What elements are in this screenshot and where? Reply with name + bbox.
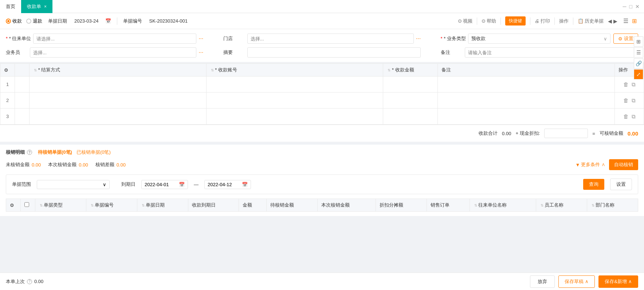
- sort-icon: ⇅: [34, 68, 37, 72]
- row-3-account[interactable]: [206, 109, 383, 125]
- prev-arrow[interactable]: ◀: [608, 18, 612, 24]
- save-draft-btn[interactable]: 保存草稿 ∧: [558, 275, 595, 288]
- cal-to-icon[interactable]: 📅: [242, 182, 248, 187]
- row-3-remark-input[interactable]: [438, 109, 614, 124]
- equal-label: =: [592, 131, 595, 136]
- row-2-copy-btn[interactable]: ⧉: [632, 97, 636, 104]
- next-arrow[interactable]: ▶: [613, 18, 617, 24]
- row-2-amount-input[interactable]: [383, 93, 437, 108]
- history-link[interactable]: 📋 历史单据: [578, 18, 604, 24]
- sidebar-table-icon[interactable]: ⊞: [634, 36, 643, 47]
- bth-settings[interactable]: ⚙: [6, 199, 21, 212]
- tab-receipt[interactable]: 收款单 ×: [21, 0, 52, 13]
- view-btns: ☰ ⊞: [622, 17, 638, 25]
- verify-info-icon[interactable]: ?: [27, 150, 32, 155]
- row-2-remark[interactable]: [438, 93, 615, 109]
- video-link[interactable]: ⊙ 视频: [458, 18, 472, 24]
- row-3-remark[interactable]: [438, 109, 615, 125]
- list-view-btn[interactable]: ☰: [622, 17, 630, 25]
- sidebar-list-icon[interactable]: ☰: [634, 47, 643, 58]
- net-value: 0.00: [628, 130, 638, 137]
- verify-stat-diff: 核销差额 0.00: [95, 161, 126, 168]
- row-3-amount-input[interactable]: [383, 109, 437, 124]
- calendar-icon[interactable]: 📅: [105, 18, 111, 24]
- radio-refund[interactable]: 退款: [26, 18, 42, 24]
- radio-receipt[interactable]: 收款: [6, 18, 22, 24]
- verify-table: ⚙ ⇅ 单据类型 ⇅ 单据编号 ⇅ 单据日期 收款到期日: [6, 199, 638, 212]
- verify-stats: 未核销金额 0.00 本次核销金额 0.00 核销差额 0.00 ▼ 更多条件 …: [6, 159, 638, 170]
- row-3-account-input[interactable]: [207, 109, 383, 124]
- help-link[interactable]: ⊙ 帮助: [482, 18, 496, 24]
- grid-view-btn[interactable]: ⊞: [631, 17, 638, 25]
- tab-home[interactable]: 首页: [0, 0, 21, 13]
- discount-input[interactable]: [544, 129, 588, 138]
- verify-tab-pending[interactable]: 待核销单据(0笔): [38, 149, 72, 156]
- row-3-amount[interactable]: [383, 109, 438, 125]
- date-range-select[interactable]: ∨: [37, 180, 110, 189]
- row-2-amount[interactable]: [383, 93, 438, 109]
- row-2-delete-btn[interactable]: 🗑: [623, 97, 629, 103]
- due-date-to-input[interactable]: [208, 182, 240, 187]
- row-3-settlement-input[interactable]: [30, 109, 206, 124]
- th-settlement: ⇅ * 结算方式: [30, 64, 207, 77]
- row-2-account[interactable]: [206, 93, 383, 109]
- store-more-icon[interactable]: ···: [416, 36, 421, 42]
- auto-verify-btn[interactable]: 自动核销: [609, 159, 638, 170]
- staff-more-icon[interactable]: ···: [199, 50, 203, 55]
- row-1-settlement-input[interactable]: [30, 77, 206, 92]
- row-1-amount[interactable]: [383, 77, 438, 93]
- more-conditions-link[interactable]: ▼ 更多条件 ∧: [576, 161, 606, 168]
- row-1-account-input[interactable]: [207, 77, 383, 92]
- maximize-btn[interactable]: □: [629, 4, 632, 9]
- counterparty-input[interactable]: [33, 34, 196, 44]
- row-1-settlement[interactable]: [30, 77, 207, 93]
- counterparty-more-icon[interactable]: ···: [199, 36, 203, 42]
- sidebar-expand-icon[interactable]: ⤢: [634, 69, 643, 79]
- verify-title: 核销明细 ?: [6, 149, 32, 156]
- remark-input[interactable]: [465, 47, 639, 58]
- row-1-remark-input[interactable]: [438, 77, 614, 92]
- summary-input[interactable]: [247, 47, 421, 58]
- sidebar-link-icon[interactable]: 🔗: [634, 58, 643, 68]
- form-section: * 往来单位 ··· 门店 ··· * 业务类型 预收款 ∨ ⚙ 设置: [0, 29, 644, 63]
- row-3-delete-btn[interactable]: 🗑: [623, 113, 629, 119]
- select-all-check[interactable]: [24, 202, 29, 207]
- row-1-account[interactable]: [206, 77, 383, 93]
- cal-from-icon[interactable]: 📅: [179, 182, 185, 187]
- verify-tab-verified[interactable]: 已核销单据(0笔): [76, 149, 111, 156]
- due-date-from[interactable]: 📅: [141, 180, 188, 189]
- row-1-copy-btn[interactable]: ⧉: [632, 81, 636, 88]
- row-1-remark[interactable]: [438, 77, 615, 93]
- row-1-delete-btn[interactable]: 🗑: [623, 81, 629, 87]
- save-draft-arrow: ∧: [585, 279, 589, 284]
- print-link[interactable]: 🖨 打印: [535, 18, 550, 24]
- row-3-copy-btn[interactable]: ⧉: [632, 113, 636, 120]
- shortcut-btn[interactable]: 快捷键: [505, 16, 526, 26]
- divider-5: [554, 17, 555, 25]
- biz-type-select[interactable]: 预收款 ∨: [468, 34, 610, 44]
- abandon-btn[interactable]: 放弃: [530, 275, 555, 288]
- save-new-btn[interactable]: 保存&新增 ∧: [598, 275, 638, 288]
- row-3-settlement[interactable]: [30, 109, 207, 125]
- ops-link[interactable]: 操作: [559, 18, 569, 24]
- row-1-amount-input[interactable]: [383, 77, 437, 92]
- filter-icon: ▼: [576, 162, 580, 168]
- th-settings[interactable]: ⚙: [0, 64, 15, 77]
- row-2-settlement-input[interactable]: [30, 93, 206, 108]
- due-date-to[interactable]: 📅: [204, 180, 251, 189]
- due-date-from-input[interactable]: [145, 182, 177, 187]
- verify-settings-btn[interactable]: 设置: [610, 179, 632, 190]
- gear-icon: ⚙: [4, 67, 8, 73]
- footer-info-icon[interactable]: ?: [27, 279, 32, 284]
- payment-type-group: 收款 退款: [6, 18, 42, 24]
- minimize-btn[interactable]: ─: [623, 4, 627, 9]
- tab-close-icon[interactable]: ×: [44, 4, 47, 9]
- store-input[interactable]: [247, 34, 414, 44]
- bth-check[interactable]: [21, 199, 35, 212]
- close-btn[interactable]: ✕: [635, 4, 640, 9]
- row-2-remark-input[interactable]: [438, 93, 614, 108]
- query-btn[interactable]: 查询: [583, 179, 604, 190]
- row-2-account-input[interactable]: [207, 93, 383, 108]
- row-2-settlement[interactable]: [30, 93, 207, 109]
- staff-input[interactable]: [30, 47, 196, 58]
